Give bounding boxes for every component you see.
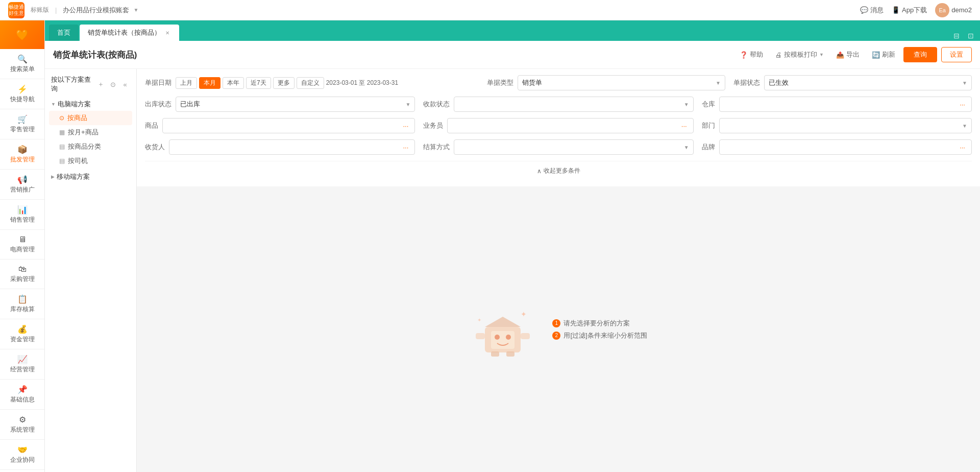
sidebar-label: 电商管理	[10, 245, 35, 254]
workspace-dropdown-icon[interactable]: ▼	[133, 7, 138, 13]
brand-input[interactable]: ···	[719, 139, 972, 155]
refresh-btn[interactable]: 🔄 刷新	[868, 48, 899, 61]
sidebar-item-basic-info[interactable]: 📌 基础信息	[0, 380, 44, 410]
quick-nav-icon: ⚡	[17, 84, 28, 94]
tab-home[interactable]: 首页	[49, 25, 79, 41]
settings-button[interactable]: 设置	[941, 47, 972, 62]
filter-date: 单据日期 上月 本月 本年 近7天 更多 自定义 2023-03-01 至 20…	[145, 77, 479, 89]
sidebar-item-enterprise-collab[interactable]: 🤝 企业协同	[0, 440, 44, 470]
sidebar-label: 基础信息	[10, 395, 35, 404]
help-btn[interactable]: ❓ 帮助	[736, 48, 767, 61]
date-this-year-btn[interactable]: 本年	[223, 77, 244, 89]
sidebar-item-wholesale[interactable]: 📦 批发管理	[0, 139, 44, 170]
empty-illustration: ✦ ✦	[470, 301, 536, 358]
scheme-edit-btn[interactable]: ⊙	[108, 79, 118, 89]
goods-more-dots[interactable]: ···	[401, 122, 410, 130]
scheme-item-by-goods[interactable]: ⊙ 按商品	[49, 111, 132, 125]
minimize-btn[interactable]: ⊟	[951, 31, 962, 41]
workspace-info: 畅捷通好生意 标账版 | 办公用品行业模拟账套 ▼	[8, 2, 138, 18]
maximize-btn[interactable]: ⊡	[966, 31, 976, 41]
out-status-select[interactable]: 已出库 ▼	[176, 97, 415, 112]
sidebar-label: 搜索菜单	[10, 65, 35, 74]
sidebar-item-search[interactable]: 🔍 搜索菜单	[0, 49, 44, 79]
export-btn[interactable]: 📤 导出	[832, 48, 864, 61]
message-btn[interactable]: 💬 消息	[860, 6, 884, 15]
sidebar-item-newbie[interactable]: 🎯 新手引导	[0, 470, 44, 472]
warehouse-label: 仓库	[702, 100, 715, 109]
scheme-item-label: 按商品	[67, 113, 87, 123]
scheme-collapse-btn[interactable]: «	[120, 79, 130, 89]
tab-close-btn[interactable]: ✕	[164, 29, 171, 36]
report-tab-label: 销货单统计表（按商品）	[88, 28, 161, 37]
warehouse-more-dots[interactable]: ···	[958, 101, 967, 108]
date-custom-btn[interactable]: 自定义	[297, 77, 324, 89]
goods-input[interactable]: ···	[162, 118, 415, 133]
scheme-item-by-driver[interactable]: ▤ 按司机	[49, 154, 132, 168]
brand-more-dots[interactable]: ···	[958, 144, 967, 151]
wholesale-icon: 📦	[17, 145, 28, 154]
bill-type-label: 单据类型	[487, 78, 513, 87]
staff-more-dots[interactable]: ···	[679, 122, 689, 130]
sidebar-item-marketing[interactable]: 📢 营销推广	[0, 170, 44, 200]
brand-label: 品牌	[702, 143, 715, 152]
sidebar-item-quick-nav[interactable]: ⚡ 快捷导航	[0, 79, 44, 109]
date-group: 上月 本月 本年 近7天 更多 自定义 2023-03-01 至 2023-03…	[176, 77, 479, 89]
empty-state-inner: ✦ ✦ 1 请先选择要分析的方案 2	[470, 301, 647, 358]
scheme-item-label: 按月+商品	[68, 128, 99, 137]
system-icon: ⚙	[19, 415, 26, 424]
app-download-btn[interactable]: 📱 App下载	[892, 6, 927, 15]
page-title: 销货单统计表(按商品)	[53, 49, 137, 61]
filter-dept: 部门 ▼	[702, 118, 972, 133]
dept-select[interactable]: ▼	[719, 118, 972, 133]
recipient-input[interactable]: ···	[169, 139, 415, 155]
scheme-item-by-month-goods[interactable]: ▦ 按月+商品	[49, 125, 132, 139]
collapse-btn[interactable]: ∧ 收起更多条件	[145, 163, 972, 178]
basic-info-icon: 📌	[17, 385, 28, 394]
scheme-item-by-category[interactable]: ▤ 按商品分类	[49, 139, 132, 154]
sidebar-item-sales[interactable]: 📊 销售管理	[0, 200, 44, 230]
purchase-icon: 🛍	[18, 265, 27, 274]
print-btn[interactable]: 🖨 按模板打印 ▼	[771, 48, 828, 61]
sidebar-item-inventory[interactable]: 📋 库存核算	[0, 289, 44, 319]
right-area: 单据日期 上月 本月 本年 近7天 更多 自定义 2023-03-01 至 20…	[137, 69, 980, 472]
scheme-item-icon4: ▤	[59, 157, 65, 164]
scheme-header: 按以下方案查询 ＋ ⊙ «	[45, 73, 136, 98]
collab-icon: 🤝	[17, 445, 28, 455]
scheme-group-desktop-title[interactable]: ▼ 电脑端方案	[49, 98, 132, 111]
warehouse-input[interactable]: ···	[719, 97, 972, 112]
query-button[interactable]: 查询	[903, 47, 937, 62]
avatar: Ea	[935, 3, 949, 17]
user-avatar[interactable]: Ea demo2	[935, 3, 972, 17]
staff-input[interactable]: ···	[447, 118, 693, 133]
date-more-btn[interactable]: 更多	[273, 77, 295, 89]
scheme-add-btn[interactable]: ＋	[95, 79, 106, 89]
filter-settlement: 结算方式 ▼	[423, 139, 693, 155]
date-this-month-btn[interactable]: 本月	[199, 77, 220, 89]
message-icon: 💬	[860, 6, 868, 14]
recipient-more-dots[interactable]: ···	[401, 144, 410, 151]
bill-type-select[interactable]: 销货单 ▼	[518, 75, 725, 90]
group-label2: 移动端方案	[57, 172, 90, 181]
sidebar-item-purchase[interactable]: 🛍 采购管理	[0, 259, 44, 289]
out-status-label: 出库状态	[145, 100, 172, 109]
tab-report[interactable]: 销货单统计表（按商品） ✕	[80, 25, 179, 41]
empty-tip-2: 2 用[过滤]条件来缩小分析范围	[552, 331, 647, 340]
settlement-select[interactable]: ▼	[454, 139, 693, 155]
sidebar-item-finance[interactable]: 💰 资金管理	[0, 319, 44, 349]
date-last-month-btn[interactable]: 上月	[176, 77, 197, 89]
scheme-panel: 按以下方案查询 ＋ ⊙ « ▼ 电脑端方案 ⊙	[45, 69, 137, 472]
svg-rect-5	[476, 333, 485, 339]
out-status-dropdown-icon: ▼	[405, 102, 410, 107]
sidebar-item-operations[interactable]: 📈 经营管理	[0, 349, 44, 380]
sidebar-item-ecommerce[interactable]: 🖥 电商管理	[0, 230, 44, 259]
sidebar-item-retail[interactable]: 🛒 零售管理	[0, 109, 44, 139]
payment-status-dropdown-icon: ▼	[684, 102, 689, 107]
scheme-group-mobile-title[interactable]: ▶ 移动端方案	[49, 170, 132, 183]
date-7days-btn[interactable]: 近7天	[246, 77, 271, 89]
page-actions: ❓ 帮助 🖨 按模板打印 ▼ 📤 导出 🔄 刷新	[736, 47, 972, 62]
sidebar-item-system[interactable]: ⚙ 系统管理	[0, 410, 44, 440]
payment-status-select[interactable]: ▼	[454, 97, 693, 112]
group-arrow: ▼	[51, 102, 56, 107]
bill-status-select[interactable]: 已生效 ▼	[764, 75, 972, 90]
export-label: 导出	[846, 50, 860, 59]
